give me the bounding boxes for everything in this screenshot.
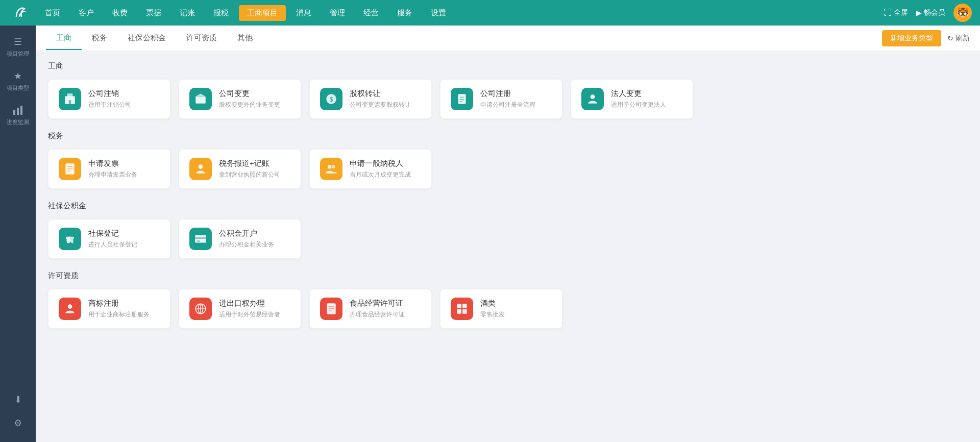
settings-icon[interactable]: ⚙ [0,412,36,434]
card-icon-公积金开户 [189,228,212,250]
star-icon: ★ [12,70,24,82]
tab-许可资质[interactable]: 许可资质 [176,26,227,50]
main-layout: ☰ 项目管理 ★ 项目类型 进度监测 ⬇ ⚙ 工商税务社保公积金许可资质其他 [0,26,980,442]
card-desc-申请一般纳税人: 当月或次月成变更完成 [350,170,411,179]
refresh-button[interactable]: ↻ 刷新 [947,34,970,43]
service-card-法人变更[interactable]: 法人变更适用于公司变更法人 [571,79,693,119]
nav-item-服务[interactable]: 服务 [389,5,421,21]
card-desc-食品经营许可证: 办理食品经营许可证 [350,310,405,319]
card-name-股权转让: 股权转让 [350,89,411,99]
cards-grid-许可资质: 商标注册用于企业商标注册服务进出口权办理适用于对外贸易经营者食品经营许可证办理食… [48,289,968,329]
new-type-button[interactable]: 新增业务类型 [882,30,941,46]
card-info-公司注销: 公司注销适用于注销公司 [88,89,131,109]
svg-rect-18 [67,170,71,171]
service-card-申请发票[interactable]: 申请发票办理申请发票业务 [48,149,170,189]
service-card-股权转让[interactable]: $股权转让公司变更需要股权转让 [309,79,432,119]
section-title-许可资质: 许可资质 [48,271,968,281]
svg-rect-12 [460,99,464,100]
service-card-酒类[interactable]: 酒类零售批发 [440,289,562,329]
card-icon-进出口权办理 [189,298,212,320]
nav-item-报税[interactable]: 报税 [205,5,237,21]
tab-税务[interactable]: 税务 [82,26,117,50]
cards-grid-税务: 申请发票办理申请发票业务税务报道+记账拿到营业执照的新公司申请一般纳税人当月或次… [48,149,968,189]
service-card-商标注册[interactable]: 商标注册用于企业商标注册服务 [48,289,170,329]
card-name-公司变更: 公司变更 [219,89,280,99]
nav-item-工商项目[interactable]: 工商项目 [239,5,286,21]
card-icon-法人变更 [581,88,604,110]
sidebar-item-progress-monitor[interactable]: 进度监测 [0,98,36,132]
svg-marker-7 [195,93,206,97]
svg-point-19 [199,164,203,169]
svg-rect-6 [195,97,206,104]
nav-item-客户[interactable]: 客户 [70,5,102,21]
list-icon: ☰ [12,36,24,48]
service-card-公积金开户[interactable]: 公积金开户办理公积金相关业务 [179,219,301,259]
card-name-社保登记: 社保登记 [88,229,137,238]
sidebar-item-project-management[interactable]: ☰ 项目管理 [0,30,36,64]
card-desc-申请发票: 办理申请发票业务 [88,170,137,179]
service-card-食品经营许可证[interactable]: 食品经营许可证办理食品经营许可证 [309,289,432,329]
card-icon-公司注册 [451,88,473,110]
download-icon[interactable]: ⬇ [0,389,36,410]
service-card-公司注册[interactable]: 公司注册申请公司注册全流程 [440,79,562,119]
service-card-进出口权办理[interactable]: 进出口权办理适用于对外贸易经营者 [179,289,301,329]
cards-grid-工商: 公司注销适用于注销公司公司变更股权变更外的业务变更$股权转让公司变更需要股权转让… [48,79,968,119]
nav-item-经营[interactable]: 经营 [355,5,387,21]
card-desc-税务报道+记账: 拿到营业执照的新公司 [219,170,280,179]
svg-rect-16 [67,166,73,167]
tab-工商[interactable]: 工商 [46,26,82,50]
tab-bar-right: 新增业务类型 ↻ 刷新 [882,30,970,46]
nav-item-记账[interactable]: 记账 [172,5,203,21]
svg-rect-1 [17,108,19,115]
service-card-公司注销[interactable]: 公司注销适用于注销公司 [48,79,170,119]
svg-rect-5 [69,100,71,104]
card-icon-食品经营许可证 [320,298,342,320]
card-info-股权转让: 股权转让公司变更需要股权转让 [350,89,411,109]
svg-rect-0 [13,110,15,115]
card-desc-商标注册: 用于企业商标注册服务 [88,310,150,319]
svg-rect-13 [460,101,462,102]
nav-item-票据[interactable]: 票据 [138,5,169,21]
service-card-社保登记[interactable]: 社保登记进行人员社保登记 [48,219,170,259]
card-desc-公司注册: 申请公司注册全流程 [480,101,535,109]
nav-item-管理[interactable]: 管理 [322,5,353,21]
card-icon-税务报道+记账 [189,158,212,180]
card-name-公司注册: 公司注册 [480,89,535,99]
nav-item-消息[interactable]: 消息 [288,5,320,21]
service-card-申请一般纳税人[interactable]: 申请一般纳税人当月或次月成变更完成 [309,149,432,189]
card-info-公司变更: 公司变更股权变更外的业务变更 [219,89,280,109]
sidebar: ☰ 项目管理 ★ 项目类型 进度监测 ⬇ ⚙ [0,26,36,442]
card-name-法人变更: 法人变更 [611,89,666,99]
card-name-申请发票: 申请发票 [88,159,137,168]
card-icon-社保登记 [59,228,81,250]
card-desc-法人变更: 适用于公司变更法人 [611,101,666,109]
card-name-进出口权办理: 进出口权办理 [219,299,280,308]
nav-item-设置[interactable]: 设置 [423,5,454,21]
card-info-公积金开户: 公积金开户办理公积金相关业务 [219,229,274,249]
nav-item-首页[interactable]: 首页 [37,5,68,21]
svg-rect-37 [462,309,467,314]
card-info-申请发票: 申请发票办理申请发票业务 [88,159,137,179]
svg-rect-33 [329,310,332,311]
fullscreen-button[interactable]: ⛶ 全屏 [884,8,908,17]
card-icon-股权转让: $ [320,88,342,110]
tab-社保公积金[interactable]: 社保公积金 [117,26,176,50]
card-icon-申请一般纳税人 [320,158,342,180]
top-navigation: 首页客户收费票据记账报税工商项目消息管理经营服务设置 ⛶ 全屏 ▶ 畅会员 🐯 [0,0,980,26]
nav-item-收费[interactable]: 收费 [104,5,136,21]
service-card-公司变更[interactable]: 公司变更股权变更外的业务变更 [179,79,301,119]
member-button[interactable]: ▶ 畅会员 [916,8,945,17]
avatar[interactable]: 🐯 [953,4,972,22]
tab-bar: 工商税务社保公积金许可资质其他 新增业务类型 ↻ 刷新 [36,26,980,51]
refresh-icon: ↻ [947,34,953,42]
main-content: 工商公司注销适用于注销公司公司变更股权变更外的业务变更$股权转让公司变更需要股权… [36,51,980,442]
sidebar-item-project-type[interactable]: ★ 项目类型 [0,64,36,98]
svg-point-21 [332,165,335,168]
tab-其他[interactable]: 其他 [227,26,263,50]
card-name-税务报道+记账: 税务报道+记账 [219,159,280,168]
svg-rect-2 [20,106,22,115]
service-card-税务报道+记账[interactable]: 税务报道+记账拿到营业执照的新公司 [179,149,301,189]
svg-rect-32 [329,308,334,309]
svg-text:$: $ [330,96,333,103]
svg-point-20 [328,165,332,169]
